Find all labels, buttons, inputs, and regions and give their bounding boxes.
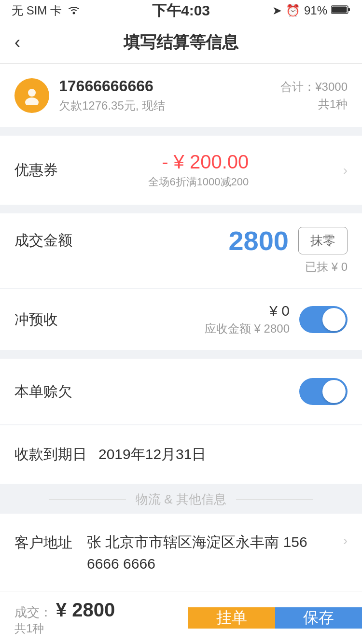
- prepay-toggle[interactable]: [299, 306, 348, 333]
- amount-right: 2800 抹零: [228, 227, 348, 254]
- coupon-section: 优惠券 - ¥ 200.00 全场6折满1000减200 ›: [0, 136, 362, 205]
- customer-total: 合计：¥3000 共1种: [280, 79, 348, 112]
- coupon-discount: - ¥ 200.00: [148, 151, 249, 173]
- prepay-amount: ¥ 0: [205, 303, 290, 319]
- debt-toggle[interactable]: [299, 378, 348, 405]
- prepay-receivable: 应收金额 ¥ 2800: [205, 321, 290, 336]
- total-label: 合计：¥3000: [280, 79, 348, 95]
- bottom-summary-count: 共1种: [14, 621, 174, 636]
- wifi-icon: [67, 4, 81, 17]
- location-icon: ➤: [272, 4, 282, 17]
- logistics-line-left: [49, 499, 126, 500]
- save-button[interactable]: 保存: [275, 607, 362, 629]
- amount-sub-text: 已抹 ¥ 0: [14, 259, 348, 275]
- debt-section: 本单赊欠: [0, 359, 362, 424]
- sim-label: 无 SIM 卡: [12, 3, 62, 18]
- divider-2: [0, 206, 362, 213]
- address-chevron-icon: ›: [343, 533, 348, 548]
- status-bar: 无 SIM 卡 下午4:03 ➤ ⏰ 91%: [0, 0, 362, 21]
- duedate-row: 收款到期日 2019年12月31日: [14, 445, 348, 464]
- svg-rect-3: [332, 7, 347, 13]
- battery-label: 91%: [304, 4, 327, 17]
- bottom-summary-label: 成交：: [14, 605, 52, 619]
- coupon-row[interactable]: 优惠券 - ¥ 200.00 全场6折满1000减200 ›: [0, 136, 362, 205]
- back-button[interactable]: ‹: [14, 32, 43, 53]
- svg-point-4: [28, 89, 36, 97]
- battery-icon: [331, 4, 350, 17]
- status-time: 下午4:03: [152, 1, 210, 21]
- bottom-bar: 成交： ¥ 2800 共1种 挂单 保存: [0, 591, 362, 644]
- divider-1: [0, 128, 362, 136]
- coupon-chevron-icon: ›: [343, 163, 348, 178]
- customer-debt: 欠款1276.35元, 现结: [59, 98, 165, 113]
- bottom-summary-amount: ¥ 2800: [56, 599, 115, 620]
- nav-bar: ‹ 填写结算等信息: [0, 21, 362, 64]
- prepay-label: 冲预收: [14, 310, 58, 330]
- debt-toggle-knob: [322, 380, 346, 403]
- customer-info: 17666666666 欠款1276.35元, 现结: [59, 77, 165, 113]
- duedate-value: 2019年12月31日: [98, 445, 206, 464]
- svg-point-5: [25, 98, 39, 105]
- prepay-right: ¥ 0 应收金额 ¥ 2800: [205, 303, 348, 336]
- debt-label: 本单赊欠: [14, 382, 72, 402]
- svg-point-0: [73, 12, 75, 14]
- coupon-right: - ¥ 200.00 全场6折满1000减200: [148, 151, 249, 189]
- total-count: 共1种: [280, 97, 348, 112]
- prepay-toggle-knob: [322, 308, 346, 331]
- amount-label: 成交金额: [14, 231, 72, 251]
- hang-button[interactable]: 挂单: [188, 607, 275, 629]
- prepay-info: ¥ 0 应收金额 ¥ 2800: [205, 303, 290, 336]
- customer-phone: 17666666666: [59, 77, 165, 95]
- amount-row: 成交金额 2800 抹零: [14, 227, 348, 254]
- page-title: 填写结算等信息: [43, 31, 319, 54]
- svg-rect-2: [348, 8, 350, 11]
- logistics-divider: 物流 & 其他信息: [0, 485, 362, 514]
- customer-left: 17666666666 欠款1276.35元, 现结: [14, 77, 165, 113]
- debt-row: 本单赊欠: [14, 378, 348, 405]
- amount-section: 成交金额 2800 抹零 已抹 ¥ 0: [0, 213, 362, 288]
- address-label: 客户地址: [14, 533, 72, 553]
- customer-card: 17666666666 欠款1276.35元, 现结 合计：¥3000 共1种: [0, 64, 362, 127]
- coupon-description: 全场6折满1000减200: [148, 175, 249, 189]
- amount-value: 2800: [228, 227, 289, 254]
- bottom-summary: 成交： ¥ 2800 共1种: [0, 599, 188, 636]
- prepay-section: 冲预收 ¥ 0 应收金额 ¥ 2800: [0, 289, 362, 350]
- logistics-text: 物流 & 其他信息: [49, 491, 313, 508]
- coupon-label: 优惠券: [14, 160, 58, 180]
- prepay-row: 冲预收 ¥ 0 应收金额 ¥ 2800: [14, 303, 348, 336]
- logistics-line-right: [236, 499, 313, 500]
- address-row: 客户地址 张 北京市市辖区海淀区永丰南 156 6666 6666 ›: [14, 531, 348, 574]
- status-right: ➤ ⏰ 91%: [272, 4, 350, 17]
- duedate-label: 收款到期日: [14, 445, 87, 464]
- avatar: [14, 78, 49, 113]
- logistics-label: 物流 & 其他信息: [136, 491, 226, 508]
- duedate-section: 收款到期日 2019年12月31日: [0, 425, 362, 484]
- address-value: 张 北京市市辖区海淀区永丰南 156 6666 6666: [87, 531, 335, 574]
- address-section[interactable]: 客户地址 张 北京市市辖区海淀区永丰南 156 6666 6666 ›: [0, 514, 362, 592]
- status-left: 无 SIM 卡: [12, 3, 81, 18]
- round-button[interactable]: 抹零: [298, 227, 348, 254]
- divider-3: [0, 351, 362, 359]
- bottom-amount-line: 成交： ¥ 2800: [14, 599, 174, 621]
- alarm-icon: ⏰: [286, 4, 300, 17]
